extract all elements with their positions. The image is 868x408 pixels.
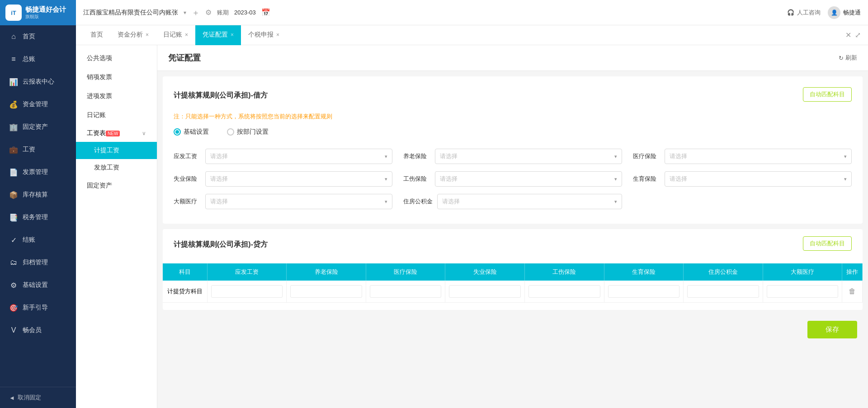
sidebar-item-assets[interactable]: 🏢 固定资产	[0, 116, 76, 138]
sidebar-item-salary[interactable]: 💼 工资	[0, 138, 76, 161]
table-header-row: 科目 应发工资 养老保险 医疗保险 失业保险 工伤保险 生育保险 住房公积金 大…	[163, 263, 863, 281]
save-button[interactable]: 保存	[807, 321, 857, 338]
salary-icon: 💼	[9, 145, 18, 154]
logo-text-group: 畅捷通好会计 旗舰版	[25, 5, 66, 20]
input-base-salary[interactable]	[211, 285, 283, 298]
tab-journal-close[interactable]: ×	[185, 32, 188, 38]
page-content: 凭证配置 ↻ 刷新 计提核算规则(公司承担)-借方 自动匹配科目 注：只能选择一…	[157, 45, 868, 408]
content-area: 公共选项 销项发票 进项发票 日记账 工资表 NEW ∨ 计提工资 发放工资 固…	[76, 45, 868, 408]
input-pension[interactable]	[290, 285, 362, 298]
refresh-button[interactable]: ↻ 刷新	[839, 54, 857, 62]
select-pension[interactable]: 请选择 ▾	[435, 149, 622, 164]
select-big-medical[interactable]: 请选择 ▾	[205, 194, 392, 209]
input-maternity[interactable]	[608, 285, 680, 298]
finance-icon: 💰	[9, 100, 18, 109]
th-maternity: 生育保险	[604, 263, 684, 281]
tab-tax[interactable]: 个税申报 ×	[241, 25, 287, 45]
company-dropdown-icon[interactable]: ▾	[184, 9, 186, 16]
tab-voucher-config[interactable]: 凭证配置 ×	[195, 25, 241, 45]
cancel-fixed-button[interactable]: ◄ 取消固定	[0, 387, 76, 408]
select-maternity[interactable]: 请选择 ▾	[665, 171, 852, 187]
select-medical[interactable]: 请选择 ▾	[665, 149, 852, 164]
new-badge: NEW	[106, 131, 120, 136]
menu-item-salary-table[interactable]: 工资表 NEW ∨	[76, 125, 157, 142]
select-housing-fund-value: 请选择	[442, 197, 460, 206]
tabbar: 首页 资金分析 × 日记账 × 凭证配置 × 个税申报 × ✕ ⤢	[76, 25, 868, 45]
add-button[interactable]: ＋	[192, 7, 200, 18]
input-big-medical[interactable]	[767, 285, 839, 298]
debit-section-title: 计提核算规则(公司承担)-借方	[174, 91, 268, 100]
input-unemployment[interactable]	[449, 285, 521, 298]
input-medical[interactable]	[370, 285, 442, 298]
expand-window-button[interactable]: ⤢	[855, 31, 861, 39]
menu-item-accrue-salary[interactable]: 计提工资	[76, 142, 157, 159]
th-housing: 住房公积金	[684, 263, 763, 281]
menu-item-sales-invoice[interactable]: 销项发票	[76, 68, 157, 87]
sidebar-item-inventory[interactable]: 📦 库存核算	[0, 183, 76, 206]
debit-form: 应发工资 请选择 ▾ 养老保险 请选择 ▾ 医疗	[174, 145, 852, 213]
chevron-down-icon: ▾	[385, 176, 387, 182]
label-big-medical: 大额医疗	[174, 197, 201, 206]
td-unemployment-input	[445, 281, 525, 303]
topbar-right: 🎧 人工咨询 👤 畅捷通	[787, 6, 861, 19]
tab-finance-close[interactable]: ×	[146, 32, 149, 38]
input-housing[interactable]	[687, 285, 759, 298]
select-unemployment[interactable]: 请选择 ▾	[205, 171, 392, 187]
menu-item-fixed-assets[interactable]: 固定资产	[76, 176, 157, 195]
sidebar-item-tax[interactable]: 📑 税务管理	[0, 206, 76, 229]
td-housing-input	[684, 281, 763, 303]
sidebar-label-settings: 基础设置	[23, 281, 48, 289]
user-menu[interactable]: 👤 畅捷通	[828, 6, 861, 19]
input-injury[interactable]	[528, 285, 600, 298]
td-pension-input	[287, 281, 366, 303]
select-base-salary-value: 请选择	[210, 152, 228, 160]
inventory-icon: 📦	[9, 191, 18, 199]
tab-journal-label: 日记账	[163, 31, 182, 39]
sidebar-item-settings[interactable]: ⚙ 基础设置	[0, 274, 76, 296]
auto-match-debit-button[interactable]: 自动匹配科目	[803, 87, 852, 102]
sidebar-item-guide[interactable]: 🎯 新手引导	[0, 296, 76, 319]
select-base-salary[interactable]: 请选择 ▾	[205, 149, 392, 164]
tab-finance-analysis[interactable]: 资金分析 ×	[110, 25, 156, 45]
sidebar-item-ledger[interactable]: ≡ 总账	[0, 48, 76, 70]
select-pension-value: 请选择	[440, 152, 458, 160]
menu-item-journal[interactable]: 日记账	[76, 106, 157, 125]
menu-item-pay-salary[interactable]: 发放工资	[76, 159, 157, 176]
field-unemployment: 失业保险 请选择 ▾	[174, 171, 392, 187]
debit-section: 计提核算规则(公司承担)-借方 自动匹配科目 注：只能选择一种方式，系统将按照您…	[163, 76, 863, 224]
gear-button[interactable]: ⚙	[205, 8, 212, 17]
select-big-medical-value: 请选择	[210, 197, 228, 206]
menu-item-public[interactable]: 公共选项	[76, 49, 157, 68]
close-window-button[interactable]: ✕	[845, 31, 851, 39]
sidebar-item-archive[interactable]: 🗂 归档管理	[0, 251, 76, 274]
select-injury[interactable]: 请选择 ▾	[435, 171, 622, 187]
sidebar-item-close[interactable]: ✓ 结账	[0, 229, 76, 251]
radio-basic[interactable]: 基础设置	[174, 128, 209, 136]
auto-match-credit-button[interactable]: 自动匹配科目	[803, 236, 852, 251]
tab-voucher-close[interactable]: ×	[231, 32, 234, 38]
radio-department[interactable]: 按部门设置	[227, 128, 269, 136]
tab-journal[interactable]: 日记账 ×	[156, 25, 195, 45]
headset-icon: 🎧	[787, 9, 794, 16]
ledger-icon: ≡	[9, 55, 18, 63]
tab-home[interactable]: 首页	[83, 25, 110, 45]
main-area: 江西服宝精品有限责任公司内账张 ▾ ＋ ⚙ 账期 2023-03 📅 🎧 人工咨…	[76, 0, 868, 408]
tax-icon: 📑	[9, 213, 18, 222]
sidebar-item-reports[interactable]: 📊 云报表中心	[0, 70, 76, 93]
delete-row-button[interactable]: 🗑	[849, 287, 856, 295]
select-housing-fund[interactable]: 请选择 ▾	[437, 194, 622, 209]
service-button[interactable]: 🎧 人工咨询	[787, 9, 821, 17]
sidebar-label-reports: 云报表中心	[23, 78, 54, 86]
sidebar-item-invoice[interactable]: 📄 发票管理	[0, 161, 76, 183]
calendar-icon[interactable]: 📅	[261, 8, 270, 17]
sidebar-item-vip[interactable]: V 畅会员	[0, 319, 76, 342]
sidebar-label-vip: 畅会员	[23, 326, 42, 334]
tab-tax-close[interactable]: ×	[276, 32, 279, 38]
sidebar-label-assets: 固定资产	[23, 123, 48, 131]
sidebar-item-finance[interactable]: 💰 资金管理	[0, 93, 76, 116]
page-title: 凭证配置	[168, 52, 201, 63]
menu-item-purchase-invoice[interactable]: 进项发票	[76, 87, 157, 106]
period-label: 账期	[217, 9, 229, 17]
sidebar-item-home[interactable]: ⌂ 首页	[0, 25, 76, 48]
cancel-fixed-icon: ◄	[9, 394, 15, 401]
